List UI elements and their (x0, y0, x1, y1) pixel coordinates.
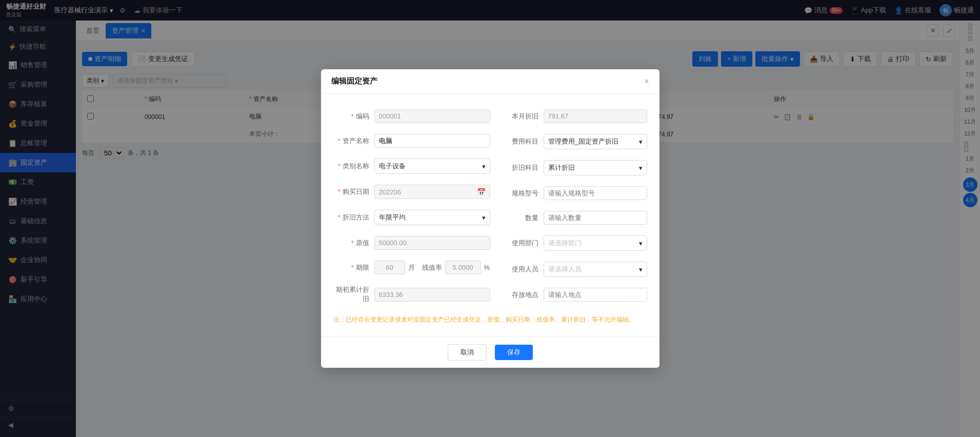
form-row-user: 使用人员 请选择人员 ▾ (503, 256, 647, 283)
form-row-asset-name: * 资产名称 (333, 129, 490, 153)
accum-dep-input[interactable] (374, 288, 490, 302)
user-select[interactable]: 请选择人员 ▾ (544, 262, 647, 277)
form-row-dep-method: * 折旧方法 年限平均 ▾ (333, 205, 490, 231)
modal-title: 编辑固定资产 (331, 76, 377, 86)
save-btn[interactable]: 保存 (495, 345, 533, 360)
modal-close-btn[interactable]: × (644, 77, 649, 86)
form-row-month-dep: 本月折旧 (503, 104, 647, 129)
form-row-purchase-date: * 购买日期 📅 (333, 180, 490, 205)
form-row-quantity: 数量 (503, 206, 647, 230)
form-row-category: * 类别名称 电子设备 ▾ (333, 153, 490, 180)
purchase-date-input[interactable] (379, 188, 477, 196)
period-input[interactable] (374, 261, 405, 274)
original-value-input[interactable] (374, 236, 490, 250)
form-row-location: 存放地点 (503, 283, 647, 307)
form-row-expense-subject: 费用科目 管理费用_固定资产折旧 ▾ (503, 129, 647, 155)
dep-method-select[interactable]: 年限平均 ▾ (374, 210, 490, 225)
expense-subject-select[interactable]: 管理费用_固定资产折旧 ▾ (544, 134, 647, 149)
modal-header: 编辑固定资产 × (321, 69, 659, 94)
category-select[interactable]: 电子设备 ▾ (374, 158, 490, 174)
modal-note: 注：已经存在变更记录或者对应固定资产已经生成凭证，原值、购买日期、残值率、累计折… (333, 315, 647, 326)
form-row-code: * 编码 (333, 104, 490, 129)
location-input[interactable] (544, 288, 647, 302)
form-row-spec: 规格型号 (503, 181, 647, 206)
asset-name-input[interactable] (374, 134, 490, 148)
modal-overlay: 编辑固定资产 × * 编码 * 资产名称 (0, 0, 980, 437)
month-dep-input[interactable] (544, 109, 647, 123)
form-row-dept: 使用部门 请选择部门 ▾ (503, 230, 647, 256)
form-row-accum-dep: 期初累计折旧 (333, 280, 490, 309)
dep-subject-select[interactable]: 累计折旧 ▾ (544, 160, 647, 175)
code-input[interactable] (374, 109, 490, 123)
form-row-period: * 期限 月 残值率 % (333, 255, 490, 280)
form-row-dep-subject: 折旧科目 累计折旧 ▾ (503, 155, 647, 181)
calendar-icon[interactable]: 📅 (477, 188, 486, 196)
modal-footer: 取消 保存 (321, 336, 659, 368)
form-row-original-value: * 原值 (333, 231, 490, 255)
form-col-left: * 编码 * 资产名称 * 类别名称 (333, 104, 490, 309)
modal-body: * 编码 * 资产名称 * 类别名称 (321, 94, 659, 336)
cancel-btn[interactable]: 取消 (448, 344, 487, 361)
quantity-input[interactable] (544, 211, 647, 225)
edit-asset-modal: 编辑固定资产 × * 编码 * 资产名称 (321, 69, 659, 368)
form-grid: * 编码 * 资产名称 * 类别名称 (333, 104, 647, 309)
spec-input[interactable] (544, 186, 647, 200)
form-col-right: 本月折旧 费用科目 管理费用_固定资产折旧 ▾ (490, 104, 647, 309)
residual-rate-input[interactable] (445, 261, 481, 274)
dept-select[interactable]: 请选择部门 ▾ (544, 235, 647, 251)
